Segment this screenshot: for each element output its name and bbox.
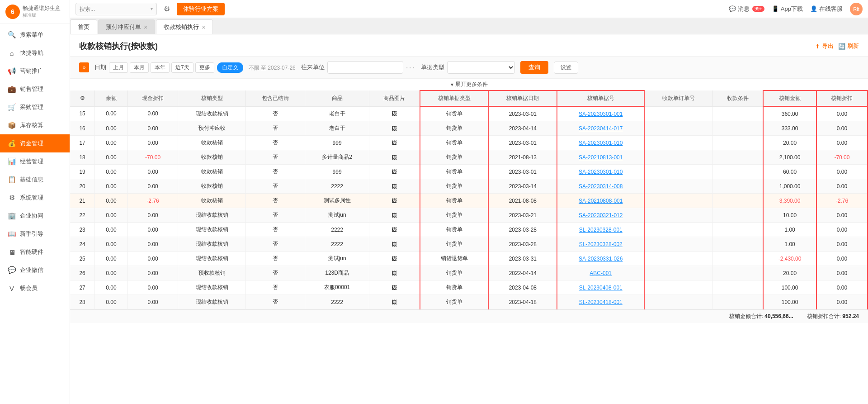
- table-cell: -70.00: [816, 150, 868, 165]
- table-cell: 🖼: [369, 266, 420, 280]
- sidebar-item-system[interactable]: ⚙系统管理: [0, 189, 70, 207]
- table-cell: 🖼: [369, 121, 420, 136]
- table-cell: 0.00: [95, 106, 128, 121]
- table-cell: 2023-03-01: [488, 136, 557, 150]
- tab-prepay[interactable]: 预付冲应付单×: [98, 19, 155, 34]
- table-row: 160.000.00预付冲应收否老白干🖼销货单2023-04-14SA-2023…: [70, 121, 868, 136]
- gear-icon[interactable]: ⚙: [160, 3, 173, 15]
- date-btn-近7天[interactable]: 近7天: [171, 62, 193, 73]
- tab-home[interactable]: 首页: [70, 19, 97, 34]
- table-row: 270.000.00现结收款核销否衣服00001🖼销货单2023-04-08SL…: [70, 280, 868, 295]
- sidebar-item-operations[interactable]: 📊经营管理: [0, 152, 70, 171]
- table-cell[interactable]: SA-20210813-001: [557, 150, 644, 165]
- table-cell: 销货单: [420, 179, 489, 194]
- table-cell[interactable]: SL-20230408-001: [557, 280, 644, 295]
- table-cell: 60.00: [763, 165, 816, 179]
- col-header-product_img: 商品图片: [369, 90, 420, 106]
- table-cell: 预收款核销: [178, 266, 246, 280]
- online-service-item[interactable]: 👤 在线客服: [810, 5, 843, 13]
- col-header-verify_discount: 核销折扣: [816, 90, 868, 106]
- table-cell[interactable]: SA-20230301-010: [557, 136, 644, 150]
- table-cell: 2023-03-28: [488, 223, 557, 237]
- sidebar-label-member: 畅会员: [20, 284, 62, 292]
- table-row: 240.000.00现结收款核销否2222🖼销货单2023-03-28SL-20…: [70, 237, 868, 252]
- table-cell[interactable]: SL-20230328-001: [557, 223, 644, 237]
- solution-button[interactable]: 体验行业方案: [177, 3, 225, 15]
- table-cell: 21: [70, 194, 95, 208]
- table-cell[interactable]: SA-20230301-010: [557, 165, 644, 179]
- table-cell[interactable]: SA-20230321-012: [557, 208, 644, 223]
- export-button[interactable]: ⬆ 导出: [815, 42, 834, 50]
- refresh-label: 刷新: [847, 42, 859, 50]
- tab-receipt[interactable]: 收款核销执行×: [156, 19, 213, 34]
- table-cell: 20.00: [763, 266, 816, 280]
- table-cell: 0.00: [95, 121, 128, 136]
- date-btn-上月[interactable]: 上月: [109, 62, 128, 73]
- expand-more-bar[interactable]: ▾ 展开更多条件: [70, 79, 868, 90]
- sidebar-icon-member: V: [7, 284, 16, 293]
- sidebar-item-quick-nav[interactable]: ⌂快捷导航: [0, 44, 70, 62]
- sidebar-item-guide[interactable]: 📖新手引导: [0, 225, 70, 243]
- expand-button[interactable]: »: [79, 62, 89, 72]
- sidebar-item-purchase[interactable]: 🛒采购管理: [0, 98, 70, 116]
- table-row: 250.000.00现结收款核销否测试jun🖼销货退货单2023-03-31SA…: [70, 252, 868, 266]
- avatar[interactable]: Rit: [850, 3, 863, 15]
- table-cell: 🖼: [369, 165, 420, 179]
- app-download-item[interactable]: 📱 App下载: [772, 5, 803, 13]
- table-cell: 销货单: [420, 295, 489, 309]
- table-cell[interactable]: SA-20210808-001: [557, 194, 644, 208]
- table-cell: 333.00: [763, 121, 816, 136]
- sidebar-item-inventory[interactable]: 📦库存核算: [0, 116, 70, 134]
- table-cell: 否: [246, 280, 305, 295]
- table-cell: 0.00: [95, 208, 128, 223]
- counterpart-input[interactable]: [327, 61, 403, 74]
- export-icon: ⬆: [815, 43, 820, 50]
- date-btn-更多[interactable]: 更多: [195, 62, 214, 73]
- search-wrap[interactable]: ▾: [75, 3, 157, 15]
- table-cell[interactable]: SL-20230418-001: [557, 295, 644, 309]
- table-cell: 销货单: [420, 106, 489, 121]
- sidebar-label-search: 搜索菜单: [20, 31, 62, 39]
- table-cell[interactable]: SA-20230414-017: [557, 121, 644, 136]
- date-btn-本年[interactable]: 本年: [151, 62, 170, 73]
- table-cell: 0.00: [127, 208, 178, 223]
- table-cell[interactable]: SA-20230314-008: [557, 179, 644, 194]
- table-row: 210.00-2.76收款核销否测试多属性🖼销货单2021-08-08SA-20…: [70, 194, 868, 208]
- bill-type-select[interactable]: [447, 61, 515, 74]
- sidebar-item-wechat[interactable]: 💬企业微信: [0, 261, 70, 279]
- table-cell[interactable]: SA-20230331-026: [557, 252, 644, 266]
- table-cell: 销货单: [420, 223, 489, 237]
- sidebar-item-basic-info[interactable]: 📋基础信息: [0, 171, 70, 189]
- table-cell: 0.00: [816, 223, 868, 237]
- sidebar-item-enterprise[interactable]: 🏢企业协同: [0, 207, 70, 225]
- table-cell: 销货单: [420, 150, 489, 165]
- table-cell[interactable]: ABC-001: [557, 266, 644, 280]
- date-btn-本月[interactable]: 本月: [130, 62, 149, 73]
- table-cell: 衣服00001: [305, 280, 369, 295]
- table-cell: 100.00: [763, 280, 816, 295]
- table-cell: 2222: [305, 179, 369, 194]
- sidebar-label-wechat: 企业微信: [20, 266, 62, 274]
- filter-date-group: 日期 上月本月本年近7天更多 自定义: [94, 62, 243, 73]
- table-cell: 2023-03-01: [488, 165, 557, 179]
- sidebar-item-marketing[interactable]: 📢营销推广: [0, 62, 70, 80]
- search-input[interactable]: [80, 6, 149, 12]
- table-cell[interactable]: SL-20230328-002: [557, 237, 644, 252]
- refresh-button[interactable]: 🔄 刷新: [838, 42, 859, 50]
- messages-item[interactable]: 💬 消息 99+: [729, 5, 764, 13]
- sidebar-item-smart-hw[interactable]: 🖥智能硬件: [0, 243, 70, 261]
- sidebar-item-search[interactable]: 🔍搜索菜单: [0, 26, 70, 44]
- col-header-balance: 余额: [95, 90, 128, 106]
- tab-close-receipt[interactable]: ×: [202, 24, 205, 31]
- search-button[interactable]: 查询: [520, 61, 548, 74]
- sidebar-item-member[interactable]: V畅会员: [0, 279, 70, 297]
- sidebar-item-finance[interactable]: 💰资金管理: [0, 134, 70, 152]
- table-cell[interactable]: SA-20230301-001: [557, 106, 644, 121]
- tab-close-prepay[interactable]: ×: [144, 24, 147, 31]
- table-cell: 否: [246, 237, 305, 252]
- setting-button[interactable]: 设置: [554, 62, 578, 74]
- sidebar-item-sales[interactable]: 💼销售管理: [0, 80, 70, 98]
- custom-date-btn[interactable]: 自定义: [217, 62, 243, 73]
- table-cell: 现结收款核销: [178, 223, 246, 237]
- table-cell: 销货单: [420, 194, 489, 208]
